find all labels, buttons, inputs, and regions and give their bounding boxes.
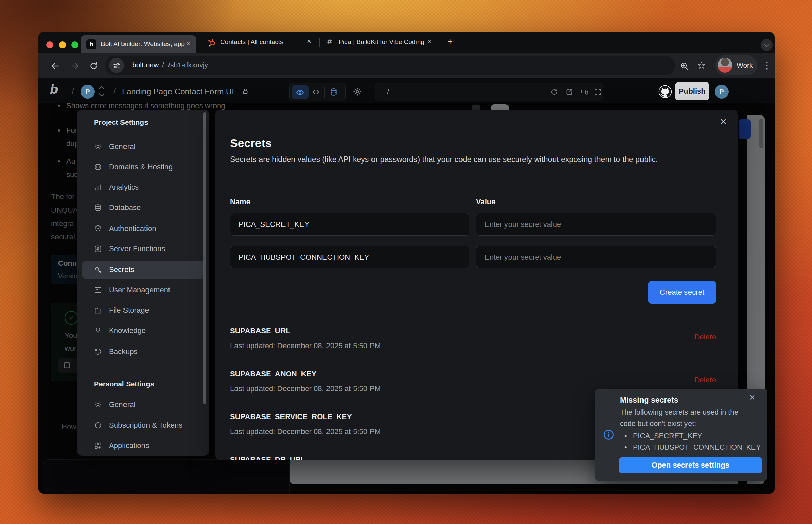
forward-icon[interactable] [70, 61, 80, 71]
traffic-zoom-icon[interactable] [71, 41, 79, 48]
user-avatar[interactable]: P [715, 84, 729, 99]
preview-url-bar[interactable]: / [375, 83, 603, 101]
sidebar-item-file-storage[interactable]: File Storage [82, 301, 204, 320]
open-external-icon[interactable] [566, 88, 573, 96]
folder-icon [94, 306, 102, 314]
key-icon [94, 266, 102, 274]
sidebar-item-label: Applications [109, 441, 149, 450]
shield-icon [94, 225, 102, 233]
tab-search-button[interactable] [761, 39, 773, 51]
sidebar-scrollbar[interactable] [203, 112, 206, 404]
kebab-menu-icon[interactable]: ⋮ [762, 60, 772, 71]
open-secrets-settings-button[interactable]: Open secrets settings [619, 457, 762, 473]
panel-description: Secrets are hidden values (like API keys… [230, 153, 711, 166]
tab-pica[interactable]: Pica | BuildKit for Vibe Coding [339, 38, 424, 46]
sidebar-item-label: Knowledge [109, 326, 146, 335]
view-toggle-group [289, 83, 346, 101]
secret-row-updated: Last updated: December 08, 2025 at 5:50 … [230, 427, 381, 436]
sidebar-item-label: Domains & Hosting [109, 163, 173, 171]
browser-toolbar: bolt.new /~/sb1-rfkxuvjy ☆ Work ⋮ [38, 53, 775, 79]
sidebar-item-subscription[interactable]: Subscription & Tokens [82, 416, 204, 435]
database-toggle[interactable] [329, 87, 338, 96]
create-secret-button[interactable]: Create secret [648, 281, 716, 304]
tab-title: Bolt AI builder: Websites, app [101, 40, 185, 48]
new-tab-button[interactable]: + [447, 36, 453, 47]
sidebar-item-database[interactable]: Database [82, 198, 204, 217]
name-label: Name [230, 197, 250, 206]
preview-reload-icon[interactable] [550, 88, 558, 96]
hubspot-favicon-icon [207, 38, 217, 47]
sidebar-item-label: Server Functions [109, 244, 165, 253]
apps-grid-icon [94, 442, 102, 449]
sidebar-item-label: Secrets [109, 265, 134, 274]
bolt-favicon-icon: b [86, 39, 96, 49]
profile-chip[interactable]: Work [715, 55, 757, 76]
secret-value-input[interactable] [476, 213, 716, 236]
sidebar-item-personal-general[interactable]: General [82, 395, 204, 414]
tab-bolt[interactable]: b Bolt AI builder: Websites, app × [81, 35, 196, 53]
sidebar-item-analytics[interactable]: Analytics [82, 178, 204, 196]
fullscreen-icon[interactable] [594, 88, 602, 96]
close-icon[interactable]: × [720, 116, 727, 127]
tab-close-icon[interactable]: × [307, 37, 311, 45]
toast-missing-item: PICA_SECRET_KEY [633, 431, 702, 442]
sidebar-item-backups[interactable]: Backups [82, 342, 204, 361]
sidebar-item-general[interactable]: General [82, 137, 204, 156]
traffic-close-icon[interactable] [46, 41, 53, 48]
project-settings-header: Project Settings [94, 118, 148, 127]
tab-close-icon[interactable]: × [427, 37, 432, 45]
bolt-logo[interactable]: b [50, 82, 58, 97]
secret-row-name: SUPABASE_URL [230, 327, 290, 335]
settings-sidebar: Project Settings General Domains & Hosti… [77, 110, 209, 456]
row-divider [230, 360, 716, 360]
sidebar-item-knowledge[interactable]: Knowledge [82, 322, 204, 340]
sidebar-item-server-functions[interactable]: Server Functions [82, 240, 204, 258]
gear-icon [94, 400, 102, 409]
sidebar-item-label: Subscription & Tokens [109, 421, 182, 430]
user-card-icon [94, 286, 102, 294]
devices-icon[interactable] [580, 88, 589, 96]
secret-row-updated: Last updated: December 08, 2025 at 5:50 … [230, 384, 381, 393]
delete-button[interactable]: Delete [694, 333, 716, 341]
team-avatar[interactable]: P [81, 84, 95, 99]
secret-row-name: SUPABASE_ANON_KEY [230, 370, 316, 378]
code-view-toggle[interactable] [311, 87, 320, 96]
publish-button[interactable]: Publish [675, 82, 710, 100]
sidebar-item-domains[interactable]: Domains & Hosting [82, 158, 204, 176]
delete-button[interactable]: Delete [694, 376, 716, 384]
sidebar-item-authentication[interactable]: Authentication [82, 219, 204, 238]
secret-name-input[interactable] [230, 246, 469, 268]
url-domain: bolt.new [132, 61, 159, 69]
traffic-minimize-icon[interactable] [59, 41, 66, 48]
missing-secrets-toast: × Missing secrets The following secrets … [595, 389, 767, 481]
browser-window: b Bolt AI builder: Websites, app × Conta… [38, 32, 775, 494]
hash-favicon-icon: # [327, 37, 332, 46]
sidebar-item-applications[interactable]: Applications [82, 437, 204, 455]
address-bar[interactable]: bolt.new /~/sb1-rfkxuvjy [105, 56, 675, 75]
zoom-icon[interactable] [679, 61, 689, 71]
back-icon[interactable] [51, 61, 60, 71]
project-switcher-icon[interactable] [100, 87, 104, 96]
toast-missing-item: PICA_HUBSPOT_CONNECTION_KEY [633, 442, 761, 453]
toast-close-icon[interactable]: × [749, 392, 755, 403]
lock-icon [241, 87, 249, 95]
bookmark-star-icon[interactable]: ☆ [697, 59, 706, 71]
personal-settings-header: Personal Settings [94, 380, 154, 388]
site-settings-icon[interactable] [109, 58, 124, 73]
reload-icon[interactable] [89, 61, 98, 71]
history-icon [94, 347, 102, 356]
sidebar-item-secrets[interactable]: Secrets [82, 261, 204, 279]
project-title: Landing Page Contact Form UI [122, 87, 234, 96]
settings-gear-icon[interactable] [352, 87, 362, 96]
github-icon[interactable] [658, 84, 672, 99]
sidebar-item-user-management[interactable]: User Management [82, 281, 204, 299]
sidebar-item-label: General [109, 400, 136, 409]
sidebar-item-label: Authentication [109, 224, 156, 233]
tab-close-icon[interactable]: × [186, 40, 190, 47]
tab-contacts[interactable]: Contacts | All contacts [220, 38, 297, 46]
value-label: Value [476, 197, 495, 206]
secret-value-input[interactable] [476, 246, 716, 268]
divider [324, 86, 325, 98]
secret-name-input[interactable] [230, 213, 469, 236]
preview-eye-toggle[interactable] [292, 85, 308, 99]
